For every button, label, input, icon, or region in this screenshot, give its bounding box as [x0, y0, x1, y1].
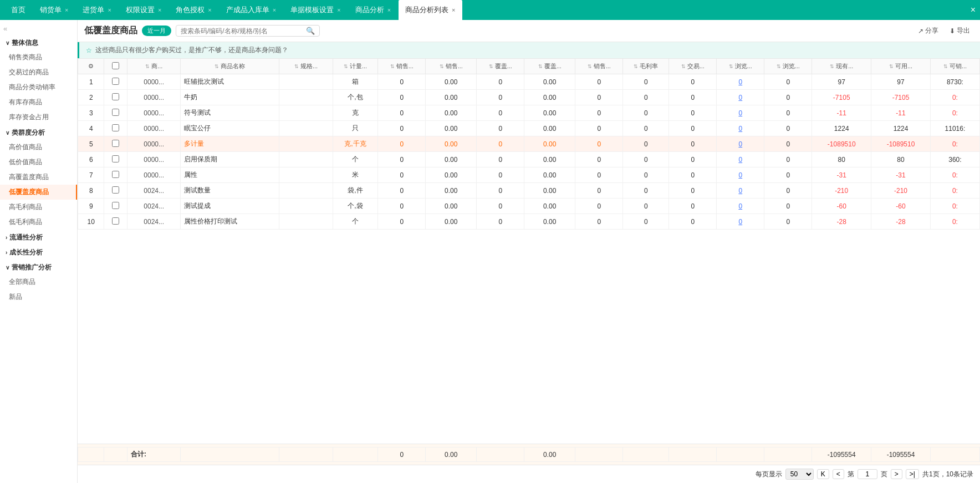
- row-browse1[interactable]: 0: [717, 74, 764, 90]
- sidebar-item-traded-goods[interactable]: 交易过的商品: [0, 65, 77, 80]
- sidebar-section-cluster[interactable]: ∨ 类群度分析: [0, 125, 77, 140]
- row-available: 80: [871, 152, 931, 167]
- first-page-btn[interactable]: K: [817, 469, 829, 479]
- row-checkbox[interactable]: [112, 186, 119, 194]
- select-all-checkbox[interactable]: [112, 62, 119, 69]
- col-settings[interactable]: ⚙: [78, 59, 104, 74]
- row-checkbox[interactable]: [112, 124, 119, 131]
- sidebar-item-sales-goods[interactable]: 销售类商品: [0, 50, 77, 65]
- row-check[interactable]: [104, 167, 127, 183]
- sidebar-item-high-coverage[interactable]: 高覆盖度商品: [0, 170, 77, 185]
- row-browse1[interactable]: 0: [717, 152, 764, 167]
- row-spec: [279, 199, 333, 214]
- nav-close-roles[interactable]: ×: [208, 7, 211, 13]
- sidebar-section-overall[interactable]: ∨ 整体信息: [0, 35, 77, 50]
- date-filter-btn[interactable]: 近一月: [142, 26, 171, 36]
- page-number-input[interactable]: [858, 469, 877, 479]
- row-sales1: 0: [378, 152, 426, 167]
- search-input[interactable]: [181, 27, 306, 35]
- row-name[interactable]: 属性: [181, 167, 279, 183]
- sidebar-item-high-value[interactable]: 高价值商品: [0, 140, 77, 155]
- sidebar-item-low-coverage[interactable]: 低覆盖度商品: [0, 185, 77, 200]
- share-btn[interactable]: ↗ 分享: [915, 24, 942, 37]
- export-btn[interactable]: ⬇ 导出: [946, 24, 973, 37]
- row-browse1[interactable]: 0: [717, 214, 764, 230]
- table-header-row: ⚙ ⇅ 商... ⇅ 商品名称 ⇅ 规格... ⇅ 计量... ⇅ 销售... …: [78, 59, 980, 74]
- next-page-btn[interactable]: >: [891, 469, 902, 479]
- sidebar-section-flow[interactable]: › 流通性分析: [0, 230, 77, 245]
- sidebar-section-marketing[interactable]: ∨ 营销推广分析: [0, 260, 77, 274]
- row-check[interactable]: [104, 199, 127, 214]
- nav-close-sales[interactable]: ×: [65, 7, 68, 13]
- sidebar-item-new-goods[interactable]: 新品: [0, 289, 77, 304]
- row-checkbox[interactable]: [112, 155, 119, 162]
- row-name[interactable]: 启用保质期: [181, 152, 279, 167]
- row-name[interactable]: 眠宝公仔: [181, 121, 279, 136]
- sidebar-section-growth[interactable]: › 成长性分析: [0, 245, 77, 260]
- row-check[interactable]: [104, 121, 127, 136]
- row-checkbox[interactable]: [112, 171, 119, 178]
- last-page-btn[interactable]: >|: [906, 469, 919, 479]
- row-browse1[interactable]: 0: [717, 90, 764, 105]
- row-check[interactable]: [104, 183, 127, 199]
- nav-permissions[interactable]: 权限设置 ×: [119, 0, 168, 20]
- row-browse2: 0: [764, 74, 812, 90]
- sidebar-item-low-value[interactable]: 低价值商品: [0, 155, 77, 170]
- row-name[interactable]: 测试提成: [181, 199, 279, 214]
- row-browse1[interactable]: 0: [717, 183, 764, 199]
- row-sales3: 0: [575, 105, 623, 121]
- row-name[interactable]: 牛奶: [181, 90, 279, 105]
- row-name[interactable]: 旺辅批次测试: [181, 74, 279, 90]
- nav-purchase[interactable]: 进货单 ×: [76, 0, 118, 20]
- row-check[interactable]: [104, 74, 127, 90]
- row-check[interactable]: [104, 214, 127, 230]
- sidebar-item-category-rate[interactable]: 商品分类动销率: [0, 80, 77, 95]
- row-name[interactable]: 多计量: [181, 136, 279, 152]
- row-checkbox[interactable]: [112, 93, 119, 100]
- nav-close-product-analysis[interactable]: ×: [387, 7, 391, 13]
- sidebar-collapse-btn[interactable]: «: [3, 24, 7, 33]
- row-checkbox[interactable]: [112, 78, 119, 85]
- nav-product-analysis-list[interactable]: 商品分析列表 ×: [399, 0, 462, 20]
- row-check[interactable]: [104, 105, 127, 121]
- sidebar-item-all-goods[interactable]: 全部商品: [0, 274, 77, 289]
- nav-finished-goods[interactable]: 产成品入库单 ×: [220, 0, 283, 20]
- row-checkbox[interactable]: [112, 140, 119, 147]
- row-unit: 个,包: [333, 90, 378, 105]
- row-name[interactable]: 测试数量: [181, 183, 279, 199]
- row-check[interactable]: [104, 90, 127, 105]
- row-checkbox[interactable]: [112, 217, 119, 225]
- sidebar-item-in-stock[interactable]: 有库存商品: [0, 95, 77, 110]
- row-browse1[interactable]: 0: [717, 199, 764, 214]
- row-checkbox[interactable]: [112, 202, 119, 209]
- nav-close-all[interactable]: ×: [971, 5, 976, 15]
- nav-close-product-analysis-list[interactable]: ×: [452, 7, 455, 13]
- sidebar-item-stock-capital[interactable]: 库存资金占用: [0, 110, 77, 125]
- nav-close-templates[interactable]: ×: [337, 7, 340, 13]
- col-checkbox[interactable]: [104, 59, 127, 74]
- sidebar-item-low-margin[interactable]: 低毛利商品: [0, 215, 77, 230]
- row-name[interactable]: 属性价格打印测试: [181, 214, 279, 230]
- row-browse1[interactable]: 0: [717, 105, 764, 121]
- nav-close-permissions[interactable]: ×: [158, 7, 161, 13]
- row-check[interactable]: [104, 136, 127, 152]
- nav-product-analysis[interactable]: 商品分析 ×: [349, 0, 397, 20]
- row-check[interactable]: [104, 152, 127, 167]
- nav-close-finished-goods[interactable]: ×: [273, 7, 276, 13]
- nav-sales[interactable]: 销货单 ×: [33, 0, 75, 20]
- prev-page-btn[interactable]: <: [833, 469, 844, 479]
- search-icon[interactable]: 🔍: [306, 27, 315, 35]
- nav-home[interactable]: 首页: [4, 0, 32, 20]
- nav-templates[interactable]: 单据模板设置 ×: [284, 0, 347, 20]
- table-row: 2 0000... 牛奶 个,包 0 0.00 0 0.00 0 0 0 0 0…: [78, 90, 980, 105]
- row-browse1[interactable]: 0: [717, 121, 764, 136]
- row-cover2: 0.00: [524, 105, 575, 121]
- page-size-select[interactable]: 50 100 200: [785, 469, 814, 480]
- sidebar-item-high-margin[interactable]: 高毛利商品: [0, 200, 77, 215]
- nav-close-purchase[interactable]: ×: [108, 7, 111, 13]
- row-checkbox[interactable]: [112, 109, 119, 116]
- row-browse1[interactable]: 0: [717, 167, 764, 183]
- row-name[interactable]: 符号测试: [181, 105, 279, 121]
- nav-roles[interactable]: 角色授权 ×: [169, 0, 218, 20]
- row-browse1[interactable]: 0: [717, 136, 764, 152]
